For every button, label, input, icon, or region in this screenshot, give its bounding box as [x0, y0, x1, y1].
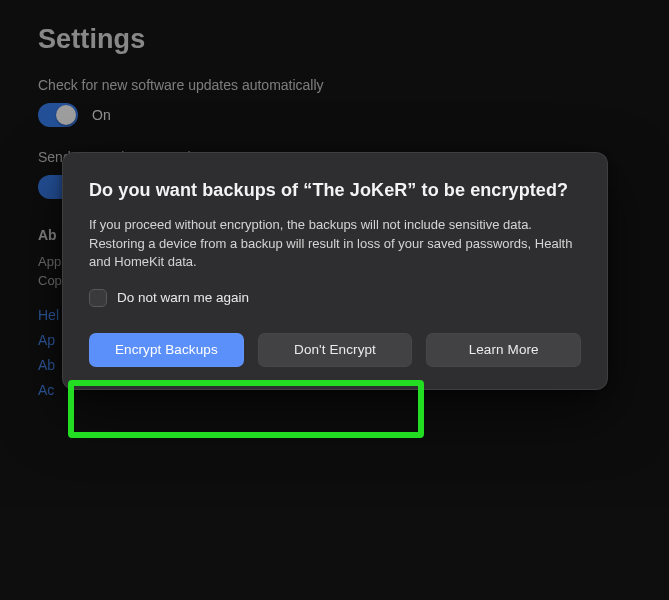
dont-warn-label: Do not warn me again [117, 290, 249, 305]
encrypt-backups-dialog: Do you want backups of “The JoKeR” to be… [62, 152, 608, 390]
dont-encrypt-button[interactable]: Don't Encrypt [258, 333, 413, 367]
encrypt-backups-button[interactable]: Encrypt Backups [89, 333, 244, 367]
learn-more-button[interactable]: Learn More [426, 333, 581, 367]
dialog-title: Do you want backups of “The JoKeR” to be… [89, 179, 581, 202]
dialog-body: If you proceed without encryption, the b… [89, 216, 581, 271]
dont-warn-row[interactable]: Do not warn me again [89, 289, 581, 307]
dont-warn-checkbox[interactable] [89, 289, 107, 307]
dialog-button-row: Encrypt Backups Don't Encrypt Learn More [89, 333, 581, 367]
